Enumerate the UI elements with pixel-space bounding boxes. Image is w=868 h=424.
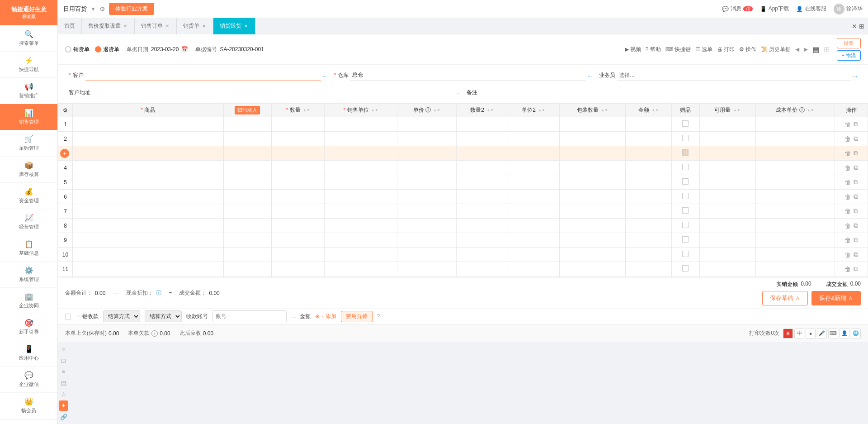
row-11-delete[interactable]: 🗑 xyxy=(844,266,851,273)
row-1-cost[interactable] xyxy=(755,117,835,132)
row-10-gift-check[interactable] xyxy=(682,251,689,257)
sidebar-item-basic[interactable]: 📋 基础信息 xyxy=(0,235,57,262)
video-btn[interactable]: ▶ 视频 xyxy=(625,46,641,53)
row-2-gift[interactable] xyxy=(671,132,699,146)
note-input[interactable] xyxy=(479,86,857,98)
taskbar-icon-5[interactable]: ⌨ xyxy=(828,329,838,338)
nav-settings-icon[interactable]: ⚙ xyxy=(99,5,105,13)
sidebar-item-search[interactable]: 🔍 搜索菜单 xyxy=(0,25,57,52)
scan-input-btn[interactable]: 扫码录入 xyxy=(235,106,260,114)
row-9-gift-check[interactable] xyxy=(682,236,689,243)
cost-sort[interactable]: ▲▼ xyxy=(807,108,814,112)
row-1-price[interactable] xyxy=(397,117,456,132)
help-btn[interactable]: ? 帮助 xyxy=(646,46,661,53)
print-btn[interactable]: 🖨 打印 xyxy=(717,46,735,53)
nav-next-icon[interactable]: ▶ xyxy=(804,46,808,52)
method-select[interactable]: 结算方式 xyxy=(103,310,140,322)
logistics-btn[interactable]: + 物流 xyxy=(837,50,861,61)
customer-input[interactable] xyxy=(85,69,321,81)
discount-info-icon[interactable]: ⓘ xyxy=(156,289,161,297)
row-1-copy[interactable]: ⧉ xyxy=(854,120,858,128)
row-6-delete[interactable]: 🗑 xyxy=(844,193,851,200)
right-panel-icon-6[interactable]: ✦ xyxy=(59,400,68,411)
taskbar-icon-2[interactable]: 中 xyxy=(794,329,804,338)
right-panel-icon-5[interactable]: ☆ xyxy=(59,389,68,400)
salesperson-more-btn[interactable]: ... xyxy=(853,72,857,78)
row-3-copy[interactable]: ⧉ xyxy=(854,149,858,157)
app-download-btn[interactable]: 📱 App下载 xyxy=(760,5,789,13)
view-list-icon[interactable]: ▤ xyxy=(812,45,819,54)
save-new-btn[interactable]: 保存&新增 ∧ xyxy=(811,291,861,305)
pkg-sort[interactable]: ▲▼ xyxy=(601,108,608,112)
row-7-delete[interactable]: 🗑 xyxy=(844,208,851,215)
history-btn[interactable]: 📜 历史单据 xyxy=(761,46,791,53)
taskbar-icon-1[interactable]: S xyxy=(783,329,793,338)
qty2-sort[interactable]: ▲▼ xyxy=(486,108,494,112)
row-3-delete[interactable]: 🗑 xyxy=(844,150,851,157)
view-grid-icon[interactable]: ⊞ xyxy=(824,45,830,54)
row-6-gift-check[interactable] xyxy=(682,193,689,199)
taskbar-icon-6[interactable]: 👤 xyxy=(840,329,849,338)
tab-price-close[interactable]: ✕ xyxy=(123,23,128,29)
col-scan[interactable]: 扫码录入 xyxy=(223,104,272,117)
select-btn[interactable]: ☰ 选单 xyxy=(695,46,712,53)
row-8-delete[interactable]: 🗑 xyxy=(844,222,851,229)
operation-btn[interactable]: ⚙ 操作 xyxy=(739,46,756,53)
row-11-copy[interactable]: ⧉ xyxy=(854,265,858,273)
row-3-qty[interactable] xyxy=(272,146,325,161)
settings-btn[interactable]: 设置 xyxy=(837,38,861,48)
row-2-gift-check[interactable] xyxy=(682,135,689,141)
qty-sort[interactable]: ▲▼ xyxy=(303,108,310,112)
account-more-btn[interactable]: ... xyxy=(291,314,295,319)
row-5-gift-check[interactable] xyxy=(682,178,689,185)
row-3-unit2[interactable] xyxy=(508,146,559,161)
sidebar-item-member[interactable]: 👑 畅会员 xyxy=(0,393,57,419)
row-1-gift-check[interactable] xyxy=(682,120,689,127)
tab-sales-return[interactable]: 销货退货 ✕ xyxy=(213,18,255,34)
row-1-qty2[interactable] xyxy=(456,117,508,132)
row-4-gift-check[interactable] xyxy=(682,164,689,170)
row-8-copy[interactable]: ⧉ xyxy=(854,222,858,229)
right-panel-icon-4[interactable]: ▤ xyxy=(59,378,68,388)
row-3-gift-check[interactable] xyxy=(682,149,689,156)
sidebar-item-quick[interactable]: ⚡ 快捷导航 xyxy=(0,52,57,78)
tab-home[interactable]: 首页 xyxy=(58,18,82,34)
taskbar-icon-4[interactable]: 🎤 xyxy=(817,329,827,338)
row-2-copy[interactable]: ⧉ xyxy=(854,135,858,143)
unit2-sort[interactable]: ▲▼ xyxy=(538,108,545,112)
radio-return-bill[interactable]: 退货单 xyxy=(95,46,119,53)
row-2-avail[interactable] xyxy=(699,132,755,146)
row-1-avail[interactable] xyxy=(699,117,755,132)
salesperson-input[interactable] xyxy=(617,69,851,81)
one-key-checkbox[interactable] xyxy=(65,314,71,319)
add-row-btn[interactable]: + xyxy=(60,149,69,158)
nav-dropdown-icon[interactable]: ▼ xyxy=(90,6,96,12)
method-calc-select[interactable]: 结算方式 xyxy=(145,310,182,322)
single-debt-circle[interactable]: i xyxy=(151,330,158,337)
warehouse-more-btn[interactable]: ... xyxy=(588,72,592,78)
sidebar-item-system[interactable]: ⚙️ 系统管理 xyxy=(0,262,57,288)
shortcut-btn[interactable]: ⌨ 快捷键 xyxy=(665,46,691,53)
row-4-copy[interactable]: ⧉ xyxy=(854,164,858,172)
row-2-unit2[interactable] xyxy=(508,132,559,146)
row-3-amount[interactable] xyxy=(626,146,672,161)
amount-sort[interactable]: ▲▼ xyxy=(651,108,659,112)
row-2-amount[interactable] xyxy=(626,132,672,146)
nav-prev-icon[interactable]: ◀ xyxy=(795,46,799,52)
tab-sales-bill[interactable]: 销货单 ✕ xyxy=(177,18,213,34)
row-2-qty[interactable] xyxy=(272,132,325,146)
taskbar-icon-3[interactable]: ● xyxy=(806,329,816,338)
sidebar-item-newguide[interactable]: 🎯 新手引导 xyxy=(0,314,57,340)
row-2-unit[interactable] xyxy=(324,132,397,146)
row-2-qty2[interactable] xyxy=(456,132,508,146)
date-value[interactable]: 2023-03-20 xyxy=(151,46,179,52)
account-input[interactable] xyxy=(212,310,287,322)
message-btn[interactable]: 💬 消息 70 xyxy=(722,5,753,13)
row-4-delete[interactable]: 🗑 xyxy=(844,164,851,172)
row-3-cost[interactable] xyxy=(755,146,835,161)
address-more-btn[interactable]: ... xyxy=(455,90,459,95)
row-1-amount[interactable] xyxy=(626,117,672,132)
sidebar-item-finance[interactable]: 💰 资金管理 xyxy=(0,183,57,209)
tab-close-all[interactable]: ✕ xyxy=(852,23,857,30)
right-panel-icon-1[interactable]: ≡ xyxy=(60,344,67,354)
